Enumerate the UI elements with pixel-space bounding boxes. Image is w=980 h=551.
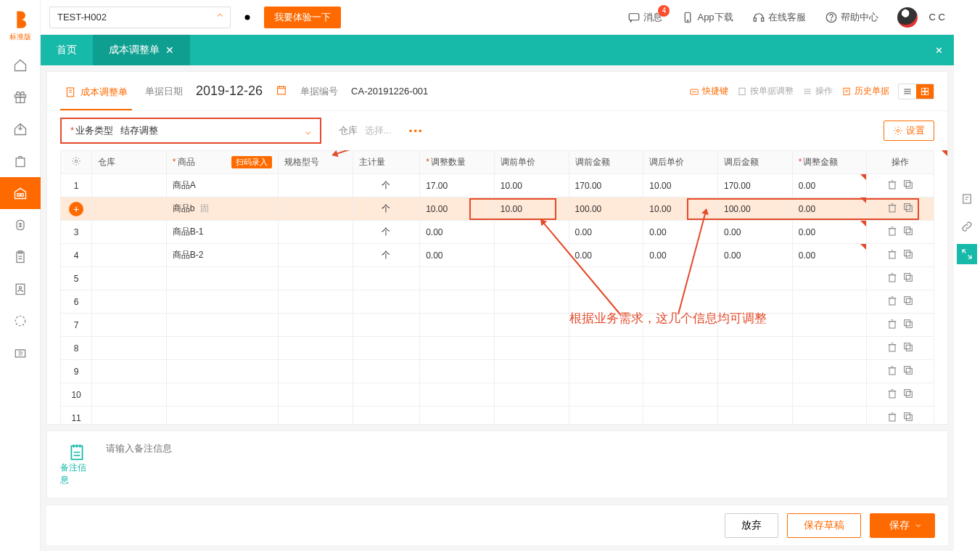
row-ops[interactable] xyxy=(867,383,934,407)
svg-rect-48 xyxy=(907,298,913,304)
svg-rect-2 xyxy=(16,158,25,167)
svg-rect-53 xyxy=(905,343,910,349)
org-settings-icon[interactable] xyxy=(236,7,258,28)
data-grid: 仓库 *商品扫码录入 规格型号 主计量 *调整数量 调前单价 调前金额 调后单价… xyxy=(60,150,934,424)
svg-rect-54 xyxy=(907,345,913,351)
svg-rect-13 xyxy=(630,13,640,20)
discard-button[interactable]: 放弃 xyxy=(725,513,778,538)
svg-point-9 xyxy=(15,316,25,325)
svg-rect-32 xyxy=(905,181,910,187)
svg-rect-28 xyxy=(926,91,928,94)
nav-warehouse-icon[interactable] xyxy=(0,177,41,209)
nav-home-icon[interactable] xyxy=(0,49,41,81)
nav-clipboard-icon[interactable] xyxy=(0,241,41,273)
tab-cost-adjust[interactable]: 成本调整单✕ xyxy=(93,35,190,65)
svg-rect-21 xyxy=(278,86,286,94)
svg-rect-17 xyxy=(761,17,763,21)
svg-rect-39 xyxy=(907,229,913,234)
table-row[interactable]: 7 xyxy=(61,314,934,337)
svg-point-19 xyxy=(831,20,831,20)
table-row[interactable]: 1商品A个17.0010.00170.0010.00170.000.00 xyxy=(61,174,934,197)
table-row[interactable]: 5 xyxy=(61,267,934,290)
settings-button[interactable]: 设置 xyxy=(884,121,934,141)
nav-user-icon[interactable] xyxy=(0,273,41,305)
row-ops[interactable] xyxy=(867,407,934,425)
nav-gift-icon[interactable] xyxy=(0,81,41,113)
svg-rect-52 xyxy=(889,345,895,351)
svg-rect-37 xyxy=(889,229,895,235)
row-ops[interactable] xyxy=(867,197,934,221)
svg-rect-45 xyxy=(907,275,913,281)
save-button[interactable]: 保存 xyxy=(870,513,935,538)
biz-type-select[interactable]: *业务类型 结存调整⌵ xyxy=(60,118,321,144)
svg-rect-55 xyxy=(889,368,895,375)
messages-link[interactable]: 消息 4 xyxy=(627,11,662,24)
row-ops[interactable] xyxy=(867,221,934,244)
help-link[interactable]: 帮助中心 xyxy=(825,11,878,24)
add-row-icon[interactable]: + xyxy=(69,202,83,216)
tab-home[interactable]: 首页 xyxy=(41,35,93,65)
lock-icon: 固 xyxy=(200,203,209,215)
actionbar: 放弃 保存草稿 保存 xyxy=(46,505,948,545)
table-row[interactable]: 3商品B-1个0.000.000.000.000.00 xyxy=(61,221,934,244)
user-avatar[interactable] xyxy=(897,7,918,28)
table-row[interactable]: 11 xyxy=(61,407,934,425)
row-ops[interactable] xyxy=(867,174,934,197)
right-rail xyxy=(954,0,980,551)
row-ops[interactable] xyxy=(867,244,934,267)
remark-icon: 备注信息 xyxy=(60,443,93,486)
close-icon[interactable]: ✕ xyxy=(165,44,174,56)
logo-text: 标准版 xyxy=(9,32,31,42)
nav-money-icon[interactable] xyxy=(0,209,41,241)
try-button[interactable]: 我要体验一下 xyxy=(264,7,341,28)
nav-sync-icon[interactable] xyxy=(0,305,41,337)
svg-rect-38 xyxy=(905,227,910,233)
note-icon[interactable] xyxy=(957,189,977,209)
row-ops[interactable] xyxy=(867,314,934,337)
topbar: TEST-H002 ⌵ 我要体验一下 消息 4 App下载 在线客服 帮助中心 … xyxy=(41,0,954,35)
svg-rect-61 xyxy=(889,415,895,421)
table-row[interactable]: 8 xyxy=(61,337,934,360)
tabs-close-all[interactable]: ✕ xyxy=(923,35,954,65)
online-support-link[interactable]: 在线客服 xyxy=(752,11,806,24)
save-draft-button[interactable]: 保存草稿 xyxy=(787,513,861,538)
warehouse-select[interactable]: 仓库 选择... xyxy=(339,124,392,137)
date-value[interactable]: 2019-12-26 xyxy=(196,83,263,99)
table-row[interactable]: 9 xyxy=(61,360,934,383)
table-row[interactable]: 10 xyxy=(61,383,934,407)
calendar-icon[interactable] xyxy=(276,84,287,98)
view-toggle[interactable] xyxy=(898,83,934,99)
table-row[interactable]: 4商品B-2个0.000.000.000.000.00 xyxy=(61,244,934,267)
svg-rect-56 xyxy=(905,367,910,372)
row-ops[interactable] xyxy=(867,290,934,314)
chevron-down-icon: ⌵ xyxy=(217,12,223,23)
link-icon[interactable] xyxy=(957,216,977,237)
more-filters[interactable]: ••• xyxy=(409,126,424,136)
table-row[interactable]: 6 xyxy=(61,290,934,314)
scan-entry-button[interactable]: 扫码录入 xyxy=(231,156,272,168)
svg-rect-47 xyxy=(905,297,910,303)
org-select[interactable]: TEST-H002 ⌵ xyxy=(49,7,231,28)
svg-rect-23 xyxy=(739,88,745,94)
svg-rect-31 xyxy=(889,182,895,189)
svg-rect-24 xyxy=(844,88,849,94)
nav-bag-icon[interactable] xyxy=(0,145,41,177)
remark-input[interactable] xyxy=(106,443,934,454)
shortcut-link[interactable]: 快捷键 xyxy=(689,85,728,97)
row-ops[interactable] xyxy=(867,267,934,290)
table-row[interactable]: +商品b 固个10.0010.00100.0010.00100.000.00 xyxy=(61,197,934,221)
col-settings-icon[interactable] xyxy=(61,151,92,174)
row-ops[interactable] xyxy=(867,360,934,383)
row-ops[interactable] xyxy=(867,337,934,360)
expand-icon[interactable] xyxy=(957,244,977,264)
nav-out-icon[interactable] xyxy=(0,113,41,145)
biz-type-value: 结存调整 xyxy=(120,124,158,137)
bybill-link[interactable]: 按单据调整 xyxy=(737,85,794,97)
history-link[interactable]: 历史单据 xyxy=(841,85,889,97)
sn-value: CA-20191226-001 xyxy=(351,86,428,97)
op-link[interactable]: 操作 xyxy=(802,85,833,97)
app-download-link[interactable]: App下载 xyxy=(681,11,733,24)
nav-new-icon[interactable]: 新 xyxy=(0,337,41,369)
svg-rect-59 xyxy=(905,390,910,396)
page-tab[interactable]: 成本调整单 xyxy=(60,75,132,110)
